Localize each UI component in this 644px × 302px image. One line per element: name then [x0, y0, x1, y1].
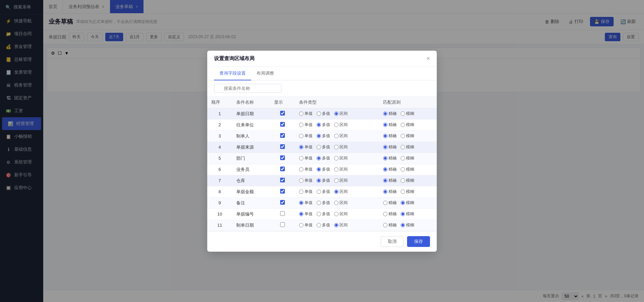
modal-tab-field-settings[interactable]: 查询字段设置	[214, 67, 251, 80]
cell-condition-type: 单值多值区间	[295, 220, 379, 231]
match-radio-option[interactable]: 模糊	[401, 133, 414, 139]
cell-display	[270, 164, 295, 175]
condition-radio-option[interactable]: 单值	[299, 133, 313, 139]
match-radio-option[interactable]: 模糊	[401, 222, 414, 228]
table-row: 3制单人单值多值区间精确模糊	[207, 130, 437, 142]
condition-radio-option[interactable]: 单值	[299, 178, 313, 183]
display-checkbox[interactable]	[280, 211, 285, 216]
match-radio-option[interactable]: 精确	[383, 111, 397, 117]
modal-search-input[interactable]	[214, 84, 281, 93]
match-radio-option[interactable]: 精确	[383, 122, 397, 128]
cell-condition-type: 单值多值区间	[295, 119, 379, 130]
cell-name: 往来单位	[232, 119, 270, 130]
display-checkbox[interactable]	[280, 155, 285, 160]
condition-radio-option[interactable]: 单值	[299, 189, 313, 195]
cell-name: 制单人	[232, 130, 270, 142]
condition-radio-option[interactable]: 单值	[299, 167, 313, 172]
cell-name: 单据来源	[232, 142, 270, 153]
display-checkbox[interactable]	[280, 122, 285, 127]
display-checkbox[interactable]	[280, 111, 285, 116]
match-radio-option[interactable]: 精确	[383, 144, 397, 150]
display-checkbox[interactable]	[280, 167, 285, 171]
modal-title: 设置查询区域布局	[214, 55, 254, 62]
match-radio-option[interactable]: 模糊	[401, 122, 414, 128]
table-row: 1单据日期单值多值区间精确模糊	[207, 108, 437, 119]
match-radio-option[interactable]: 模糊	[401, 144, 414, 150]
match-radio-option[interactable]: 精确	[383, 211, 397, 217]
match-radio-option[interactable]: 模糊	[401, 178, 414, 183]
display-checkbox[interactable]	[280, 133, 285, 138]
match-radio-option[interactable]: 模糊	[401, 111, 414, 117]
condition-radio-option[interactable]: 多值	[317, 189, 330, 195]
condition-radio-option[interactable]: 多值	[317, 144, 330, 150]
display-checkbox[interactable]	[280, 222, 285, 227]
table-row: 8单据金额单值多值区间精确模糊	[207, 186, 437, 197]
display-checkbox[interactable]	[280, 189, 285, 194]
cell-order: 11	[207, 220, 232, 231]
cell-display	[270, 197, 295, 208]
match-radio-option[interactable]: 模糊	[401, 155, 414, 161]
condition-radio-option[interactable]: 多值	[317, 178, 330, 183]
cell-name: 单据金额	[232, 186, 270, 197]
condition-radio-option[interactable]: 单值	[299, 111, 313, 117]
match-radio-option[interactable]: 模糊	[401, 189, 414, 195]
match-radio-option[interactable]: 精确	[383, 189, 397, 195]
condition-radio-option[interactable]: 区间	[334, 144, 348, 150]
display-checkbox[interactable]	[280, 178, 285, 182]
match-radio-option[interactable]: 模糊	[401, 200, 414, 206]
table-row: 2往来单位单值多值区间精确模糊	[207, 119, 437, 130]
condition-radio-option[interactable]: 单值	[299, 222, 313, 228]
table-row: 6业务员单值多值区间精确模糊	[207, 164, 437, 175]
cell-order: 1	[207, 108, 232, 119]
condition-radio-option[interactable]: 单值	[299, 155, 313, 161]
condition-radio-option[interactable]: 单值	[299, 122, 313, 128]
display-checkbox[interactable]	[280, 144, 285, 149]
cell-condition-type: 单值多值区间	[295, 197, 379, 208]
condition-radio-option[interactable]: 区间	[334, 178, 348, 183]
condition-radio-option[interactable]: 区间	[334, 122, 348, 128]
modal-save-button[interactable]: 保存	[407, 236, 430, 247]
match-radio-option[interactable]: 精确	[383, 167, 397, 172]
condition-radio-option[interactable]: 多值	[317, 167, 330, 172]
cell-match-rule: 精确模糊	[379, 142, 437, 153]
condition-radio-option[interactable]: 区间	[334, 211, 348, 217]
cancel-button[interactable]: 取消	[381, 236, 404, 247]
match-radio-option[interactable]: 精确	[383, 200, 397, 206]
table-row: 7仓库单值多值区间精确模糊	[207, 175, 437, 186]
condition-radio-option[interactable]: 单值	[299, 144, 313, 150]
match-radio-option[interactable]: 精确	[383, 133, 397, 139]
condition-radio-option[interactable]: 单值	[299, 200, 313, 206]
cell-condition-type: 单值多值区间	[295, 108, 379, 119]
condition-radio-option[interactable]: 多值	[317, 122, 330, 128]
condition-radio-option[interactable]: 多值	[317, 155, 330, 161]
cell-match-rule: 精确模糊	[379, 108, 437, 119]
cell-match-rule: 精确模糊	[379, 186, 437, 197]
condition-radio-option[interactable]: 多值	[317, 111, 330, 117]
modal-overlay: 设置查询区域布局 × 查询字段设置 布局调整 🔍 顺序 条件名称 显示 条件类型	[0, 0, 644, 302]
col-name: 条件名称	[232, 97, 270, 108]
modal-close-button[interactable]: ×	[426, 55, 430, 61]
match-radio-option[interactable]: 精确	[383, 155, 397, 161]
modal-tab-layout[interactable]: 布局调整	[251, 67, 279, 80]
match-radio-option[interactable]: 精确	[383, 178, 397, 183]
condition-radio-option[interactable]: 多值	[317, 222, 330, 228]
condition-radio-option[interactable]: 区间	[334, 167, 348, 172]
condition-radio-option[interactable]: 单值	[299, 211, 313, 217]
condition-radio-option[interactable]: 区间	[334, 200, 348, 206]
condition-radio-option[interactable]: 区间	[334, 111, 348, 117]
condition-radio-option[interactable]: 区间	[334, 222, 348, 228]
display-checkbox[interactable]	[280, 200, 285, 205]
condition-radio-option[interactable]: 多值	[317, 133, 330, 139]
condition-radio-option[interactable]: 多值	[317, 200, 330, 206]
condition-radio-option[interactable]: 区间	[334, 155, 348, 161]
modal-header: 设置查询区域布局 ×	[207, 51, 437, 67]
condition-radio-option[interactable]: 多值	[317, 211, 330, 217]
cell-display	[270, 175, 295, 186]
match-radio-option[interactable]: 模糊	[401, 211, 414, 217]
condition-radio-option[interactable]: 区间	[334, 133, 348, 139]
cell-match-rule: 精确模糊	[379, 175, 437, 186]
match-radio-option[interactable]: 精确	[383, 222, 397, 228]
cell-order: 9	[207, 197, 232, 208]
match-radio-option[interactable]: 模糊	[401, 167, 414, 172]
condition-radio-option[interactable]: 区间	[334, 189, 348, 195]
